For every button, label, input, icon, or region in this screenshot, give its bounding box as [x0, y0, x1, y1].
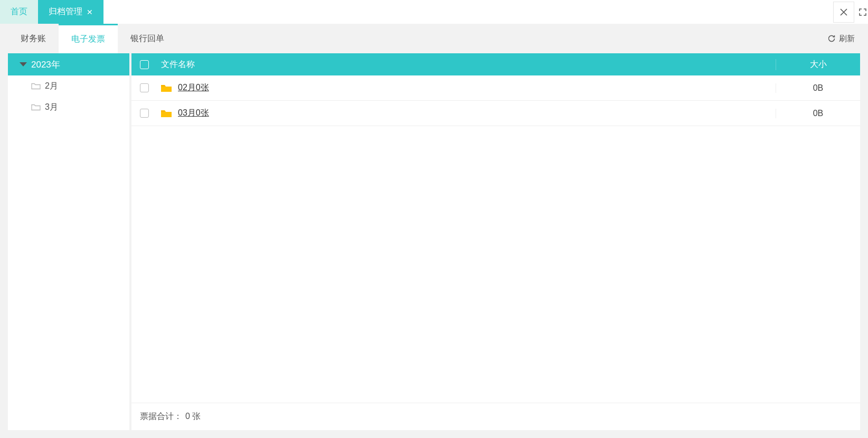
svg-rect-0 — [161, 87, 172, 92]
row-name-link[interactable]: 03月0张 — [178, 108, 209, 119]
tab-einvoice-label: 电子发票 — [71, 34, 105, 45]
table-body: 02月0张 0B 03月0张 0B — [131, 75, 860, 403]
refresh-label: 刷新 — [839, 34, 855, 44]
tab-finance-label: 财务账 — [21, 33, 46, 44]
row-checkbox[interactable] — [140, 109, 149, 118]
close-all-button[interactable] — [833, 2, 854, 23]
row-checkbox-cell — [131, 83, 157, 92]
refresh-button[interactable]: 刷新 — [827, 24, 860, 53]
close-icon — [839, 8, 848, 16]
tab-bank-receipt-label: 银行回单 — [130, 33, 164, 44]
row-checkbox-cell — [131, 109, 157, 118]
tab-archive-mgmt[interactable]: 归档管理 ✕ — [38, 0, 103, 24]
top-right-controls — [833, 2, 868, 23]
tree-month-label: 2月 — [45, 81, 58, 92]
main-area: 2023年 2月 3月 文件名称 大小 — [0, 53, 868, 438]
table-row[interactable]: 02月0张 0B — [131, 75, 860, 101]
row-size-cell: 0B — [776, 109, 860, 118]
tree-month-node[interactable]: 3月 — [8, 97, 129, 118]
footer-value: 0 张 — [185, 411, 201, 422]
row-checkbox[interactable] — [140, 83, 149, 92]
tab-einvoice[interactable]: 电子发票 — [59, 24, 118, 53]
tree-month-label: 3月 — [45, 102, 58, 113]
tree-month-node[interactable]: 2月 — [8, 75, 129, 97]
content-area: 财务账 电子发票 银行回单 刷新 2023年 2月 — [0, 24, 868, 438]
tab-home[interactable]: 首页 — [0, 0, 38, 24]
table-row[interactable]: 03月0张 0B — [131, 101, 860, 126]
fullscreen-button[interactable] — [857, 2, 868, 23]
sidebar: 2023年 2月 3月 — [8, 53, 129, 430]
file-table: 文件名称 大小 02月0张 0B — [131, 53, 860, 430]
close-icon[interactable]: ✕ — [87, 8, 93, 16]
header-checkbox-cell — [131, 60, 157, 69]
secondary-tabs: 财务账 电子发票 银行回单 — [8, 24, 177, 53]
fullscreen-icon — [859, 8, 866, 16]
row-name-cell: 03月0张 — [157, 108, 776, 119]
tree-year-node[interactable]: 2023年 — [8, 53, 129, 75]
top-tab-bar: 首页 归档管理 ✕ — [0, 0, 868, 24]
secondary-tab-row: 财务账 电子发票 银行回单 刷新 — [0, 24, 868, 53]
refresh-icon — [827, 34, 836, 43]
tree-year-label: 2023年 — [31, 59, 60, 71]
tab-bank-receipt[interactable]: 银行回单 — [118, 24, 177, 53]
table-header-row: 文件名称 大小 — [131, 53, 860, 75]
tab-finance[interactable]: 财务账 — [8, 24, 59, 53]
header-size: 大小 — [776, 59, 860, 70]
select-all-checkbox[interactable] — [140, 60, 149, 69]
svg-rect-1 — [161, 112, 172, 117]
folder-outline-icon — [31, 103, 41, 111]
folder-icon — [161, 84, 172, 92]
row-name-cell: 02月0张 — [157, 82, 776, 93]
folder-icon — [161, 109, 172, 118]
row-size-cell: 0B — [776, 83, 860, 93]
footer-label: 票据合计： — [140, 411, 182, 422]
tab-archive-label: 归档管理 — [49, 6, 82, 17]
header-filename: 文件名称 — [157, 59, 776, 70]
tab-home-label: 首页 — [11, 6, 27, 17]
table-footer: 票据合计： 0 张 — [131, 403, 860, 430]
folder-outline-icon — [31, 82, 41, 90]
row-name-link[interactable]: 02月0张 — [178, 82, 209, 93]
